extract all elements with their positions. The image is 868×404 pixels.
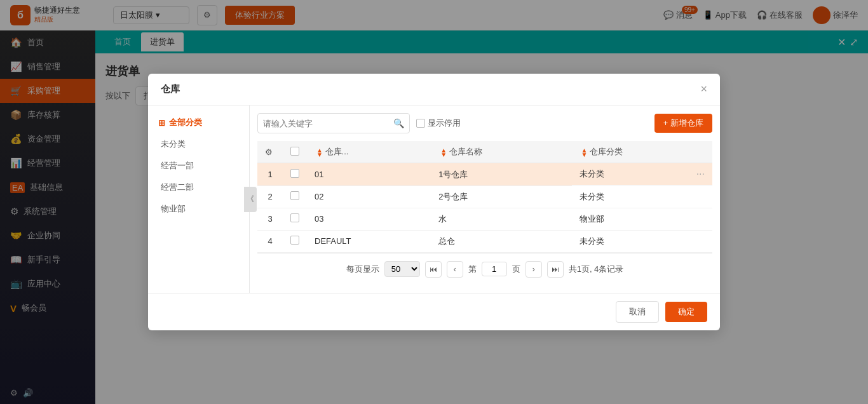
- row-code: 01: [307, 163, 431, 186]
- modal-footer: 取消 确定: [148, 293, 720, 330]
- table-head: ⚙ ▲▼ 仓库...: [257, 141, 712, 163]
- add-warehouse-button[interactable]: + 新增仓库: [654, 114, 712, 133]
- select-all-checkbox[interactable]: [290, 147, 299, 156]
- right-panel: 🔍 显示停用 + 新增仓库 ⚙: [250, 105, 720, 293]
- row-checkbox[interactable]: [283, 163, 307, 186]
- per-page-label: 每页显示: [346, 264, 379, 275]
- category-item-ops1[interactable]: 经营一部: [148, 155, 249, 177]
- row-select-checkbox[interactable]: [290, 191, 299, 200]
- total-info: 共1页, 4条记录: [569, 264, 624, 275]
- page-label-prefix: 第: [468, 264, 477, 275]
- category-item-property[interactable]: 物业部: [148, 198, 249, 220]
- table-container: ⚙ ▲▼ 仓库...: [257, 141, 712, 253]
- col-settings: ⚙: [257, 141, 283, 163]
- row-checkbox[interactable]: [283, 230, 307, 252]
- modal-header: 仓库 ×: [148, 74, 720, 105]
- col-checkbox: [283, 141, 307, 163]
- table-row[interactable]: 1 01 1号仓库 未分类 ···: [257, 163, 712, 186]
- row-name: 水: [431, 208, 571, 230]
- show-disabled-checkbox-label[interactable]: 显示停用: [416, 118, 461, 129]
- category-item-ops2[interactable]: 经营二部: [148, 177, 249, 198]
- row-code: 03: [307, 208, 431, 230]
- row-num: 3: [257, 208, 283, 230]
- page-number-input[interactable]: [482, 262, 507, 276]
- search-input-wrap: 🔍: [257, 113, 410, 133]
- warehouse-modal: 仓库 × ⊞ 全部分类 未分类 经营一部 经营二部 物业部 《: [148, 74, 720, 330]
- search-icon[interactable]: 🔍: [393, 118, 404, 128]
- modal-close-button[interactable]: ×: [700, 83, 707, 96]
- row-name: 1号仓库: [431, 163, 571, 186]
- col-category: ▲▼ 仓库分类: [572, 141, 712, 163]
- table-row[interactable]: 3 03 水 物业部: [257, 208, 712, 230]
- row-num: 4: [257, 230, 283, 252]
- modal-body: ⊞ 全部分类 未分类 经营一部 经营二部 物业部 《 🔍: [148, 105, 720, 293]
- search-row: 🔍 显示停用 + 新增仓库: [257, 113, 712, 133]
- left-panel: ⊞ 全部分类 未分类 经营一部 经营二部 物业部 《: [148, 105, 250, 293]
- all-category-label: 全部分类: [169, 117, 202, 128]
- collapse-panel-button[interactable]: 《: [244, 187, 257, 212]
- next-page-button[interactable]: ›: [526, 261, 542, 278]
- row-category: 未分类 ···: [572, 163, 712, 185]
- row-select-checkbox[interactable]: [290, 169, 299, 178]
- show-disabled-checkbox[interactable]: [416, 119, 425, 128]
- col-name: ▲▼ 仓库名称: [431, 141, 571, 163]
- row-select-checkbox[interactable]: [290, 236, 299, 245]
- page-label-suffix: 页: [512, 264, 520, 275]
- confirm-button[interactable]: 确定: [665, 302, 707, 322]
- row-checkbox[interactable]: [283, 208, 307, 230]
- table-header-row: ⚙ ▲▼ 仓库...: [257, 141, 712, 163]
- col-category-sort: ▲▼: [581, 148, 588, 157]
- first-page-button[interactable]: ⏮: [425, 261, 442, 278]
- col-code: ▲▼ 仓库...: [307, 141, 431, 163]
- row-category: 未分类: [572, 230, 712, 252]
- modal-title: 仓库: [161, 83, 180, 95]
- table-row[interactable]: 2 02 2号仓库 未分类: [257, 185, 712, 208]
- row-category: 物业部: [572, 208, 712, 230]
- per-page-select[interactable]: 50 20 100: [384, 261, 420, 277]
- row-select-checkbox[interactable]: [290, 213, 299, 222]
- category-item-uncategorized[interactable]: 未分类: [148, 133, 249, 155]
- last-page-button[interactable]: ⏭: [547, 261, 564, 278]
- row-checkbox[interactable]: [283, 185, 307, 208]
- row-name: 总仓: [431, 230, 571, 252]
- warehouse-table: ⚙ ▲▼ 仓库...: [257, 141, 712, 253]
- row-code: DEFAULT: [307, 230, 431, 252]
- modal-overlay: 仓库 × ⊞ 全部分类 未分类 经营一部 经营二部 物业部 《: [0, 0, 868, 404]
- col-name-sort: ▲▼: [440, 148, 447, 157]
- row-more-button[interactable]: ···: [696, 168, 705, 180]
- grid-icon: ⊞: [158, 118, 165, 128]
- sort-icon: ▲▼: [315, 147, 325, 156]
- row-name: 2号仓库: [431, 185, 571, 208]
- row-num: 2: [257, 185, 283, 208]
- row-category: 未分类: [572, 185, 712, 208]
- table-row[interactable]: 4 DEFAULT 总仓 未分类: [257, 230, 712, 252]
- row-num: 1: [257, 163, 283, 186]
- all-category-header[interactable]: ⊞ 全部分类: [148, 112, 249, 133]
- cancel-button[interactable]: 取消: [616, 301, 659, 323]
- pagination: 每页显示 50 20 100 ⏮ ‹ 第 页 › ⏭ 共1页, 4条记录: [257, 253, 712, 285]
- prev-page-button[interactable]: ‹: [447, 261, 463, 278]
- search-input[interactable]: [263, 119, 393, 128]
- show-disabled-label: 显示停用: [428, 118, 461, 129]
- table-body: 1 01 1号仓库 未分类 ···: [257, 163, 712, 253]
- row-code: 02: [307, 185, 431, 208]
